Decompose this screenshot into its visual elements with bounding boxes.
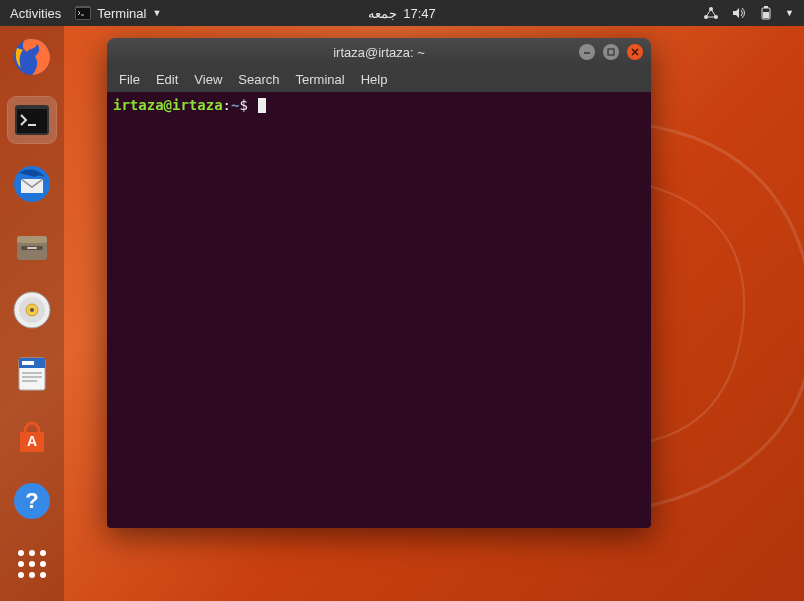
battery-icon: [759, 6, 773, 20]
svg-line-7: [711, 9, 716, 17]
menu-terminal[interactable]: Terminal: [296, 72, 345, 87]
dock-terminal[interactable]: [8, 97, 56, 142]
clock-day: جمعه: [368, 6, 397, 21]
window-titlebar[interactable]: irtaza@irtaza: ~: [107, 38, 651, 66]
apps-grid-icon: [18, 550, 46, 578]
svg-rect-35: [608, 49, 614, 55]
svg-rect-1: [76, 8, 90, 19]
minimize-button[interactable]: [579, 44, 595, 60]
show-applications[interactable]: [8, 542, 56, 587]
app-menu-label: Terminal: [97, 6, 146, 21]
close-button[interactable]: [627, 44, 643, 60]
gnome-topbar: Activities Terminal ▼ جمعه 17:47 ▼: [0, 0, 804, 26]
menu-view[interactable]: View: [194, 72, 222, 87]
system-tray[interactable]: ▼: [703, 6, 794, 20]
clock-time: 17:47: [403, 6, 436, 21]
menu-search[interactable]: Search: [238, 72, 279, 87]
menu-help[interactable]: Help: [361, 72, 388, 87]
dock-rhythmbox[interactable]: [8, 288, 56, 333]
dock-firefox[interactable]: [8, 34, 56, 79]
maximize-button[interactable]: [603, 44, 619, 60]
dock-software[interactable]: A: [8, 415, 56, 460]
svg-text:?: ?: [25, 488, 38, 513]
svg-rect-27: [22, 361, 34, 365]
prompt-sep: :: [223, 97, 231, 113]
svg-point-24: [30, 308, 34, 312]
svg-rect-20: [27, 247, 37, 249]
svg-rect-14: [17, 109, 47, 133]
terminal-window: irtaza@irtaza: ~ File Edit View Search T…: [107, 38, 651, 528]
prompt-userhost: irtaza@irtaza: [113, 97, 223, 113]
dock: A ?: [0, 26, 64, 601]
menu-file[interactable]: File: [119, 72, 140, 87]
activities-button[interactable]: Activities: [10, 6, 61, 21]
svg-text:A: A: [27, 433, 37, 449]
clock[interactable]: جمعه 17:47: [368, 6, 436, 21]
app-menu[interactable]: Terminal ▼: [75, 6, 161, 21]
svg-rect-11: [763, 12, 769, 18]
dock-files[interactable]: [8, 224, 56, 269]
dock-writer[interactable]: [8, 351, 56, 396]
prompt-symbol: $: [239, 97, 247, 113]
svg-line-6: [706, 9, 711, 17]
terminal-body[interactable]: irtaza@irtaza:~$: [107, 92, 651, 528]
volume-icon: [731, 6, 747, 20]
menu-edit[interactable]: Edit: [156, 72, 178, 87]
terminal-cursor: [258, 98, 266, 113]
dock-thunderbird[interactable]: [8, 161, 56, 206]
caret-down-icon: ▼: [785, 8, 794, 18]
svg-rect-10: [764, 6, 768, 8]
svg-rect-18: [17, 236, 47, 243]
terminal-icon: [75, 6, 91, 20]
caret-down-icon: ▼: [152, 8, 161, 18]
network-icon: [703, 6, 719, 20]
terminal-menubar: File Edit View Search Terminal Help: [107, 66, 651, 92]
dock-help[interactable]: ?: [8, 478, 56, 523]
window-title: irtaza@irtaza: ~: [333, 45, 425, 60]
